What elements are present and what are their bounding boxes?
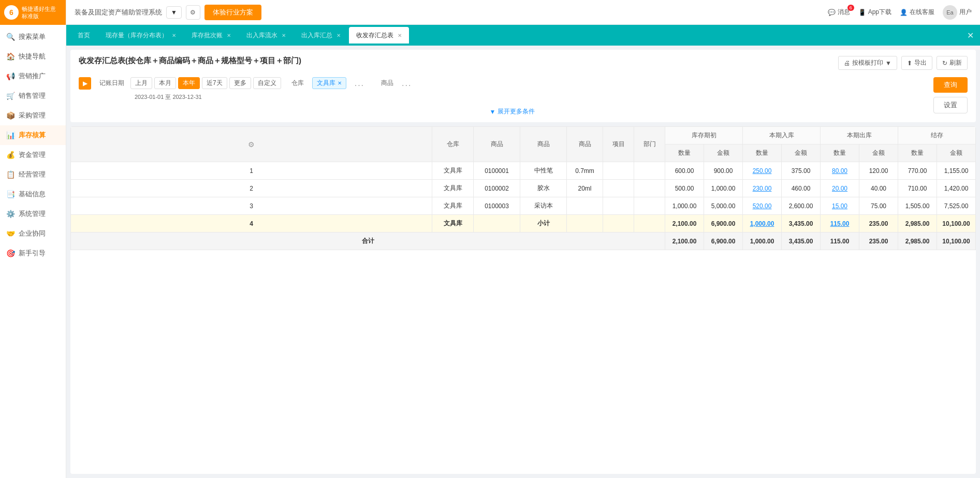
- sidebar-item-collab[interactable]: 🤝 企业协同: [0, 224, 66, 243]
- cell-total-closing-qty: 2,985.00: [898, 233, 937, 250]
- system-name: 装备及固定资产辅助管理系统: [75, 8, 162, 17]
- date-btn-7days[interactable]: 近7天: [202, 77, 227, 89]
- sidebar-item-operation[interactable]: 📋 经营管理: [0, 165, 66, 184]
- sidebar-item-newbie[interactable]: 🎯 新手引导: [0, 243, 66, 263]
- cell-no: 3: [71, 197, 432, 215]
- cell-in-amt: 460.00: [782, 180, 821, 197]
- tab-inout-summary-close[interactable]: ✕: [337, 33, 341, 38]
- tab-batch[interactable]: 库存批次账 ✕: [184, 27, 238, 44]
- sidebar-item-purchase[interactable]: 📦 采购管理: [0, 106, 66, 125]
- warehouse-tag[interactable]: 文具库 ✕: [312, 77, 346, 89]
- sidebar-item-finance[interactable]: 💰 资金管理: [0, 145, 66, 165]
- app-title-line2: 标准版: [22, 12, 56, 20]
- product-more-dots[interactable]: ...: [402, 79, 412, 88]
- th-in: 本期入库: [743, 127, 821, 144]
- cell-total-in-qty: 1,000.00: [743, 233, 782, 250]
- cell-closing-qty: 710.00: [898, 180, 937, 197]
- date-btn-this-month[interactable]: 本月: [154, 77, 176, 89]
- sidebar-item-sales[interactable]: 🛒 销售管理: [0, 86, 66, 106]
- system-dropdown[interactable]: ▼: [166, 6, 182, 19]
- settings-gear-btn[interactable]: ⚙: [186, 5, 200, 20]
- sidebar-item-label: 基础信息: [19, 190, 46, 199]
- operation-icon: 📋: [6, 170, 14, 179]
- th-opening-qty: 数量: [665, 144, 704, 162]
- refresh-icon: ↻: [942, 60, 947, 67]
- cell-no: 2: [71, 180, 432, 197]
- online-service-action[interactable]: 👤 在线客服: [900, 8, 934, 17]
- tab-inout-summary[interactable]: 出入库汇总 ✕: [294, 27, 348, 44]
- tab-home-label: 首页: [78, 31, 90, 40]
- sidebar-item-basic[interactable]: 📑 基础信息: [0, 184, 66, 204]
- print-btn[interactable]: 🖨 按模板打印 ▼: [838, 56, 897, 70]
- cell-out-amt: 120.00: [859, 162, 898, 180]
- tab-home[interactable]: 首页: [70, 27, 97, 44]
- settings-btn[interactable]: 设置: [933, 97, 968, 113]
- sidebar-item-label: 搜索菜单: [19, 32, 46, 41]
- cell-subtotal-in-amt: 3,435.00: [782, 215, 821, 233]
- cell-out-qty[interactable]: 20.00: [821, 180, 859, 197]
- sidebar-item-label: 企业协同: [19, 229, 46, 238]
- sidebar-item-inventory[interactable]: 📊 库存核算: [0, 125, 66, 145]
- page-content: 收发存汇总表(按仓库＋商品编码＋商品＋规格型号＋项目＋部门) 🖨 按模板打印 ▼…: [66, 46, 980, 478]
- app-download-action[interactable]: 📱 App下载: [858, 8, 891, 17]
- expand-filter-btn[interactable]: ▼ 展开更多条件: [490, 107, 535, 116]
- cell-warehouse: 文具库: [432, 180, 474, 197]
- th-in-qty: 数量: [743, 144, 782, 162]
- cell-subtotal-in-qty[interactable]: 1,000.00: [743, 215, 782, 233]
- filter-toggle-arrow[interactable]: ▶: [79, 77, 91, 90]
- query-btn[interactable]: 查询: [933, 77, 968, 93]
- warehouse-more-dots[interactable]: ...: [355, 79, 364, 88]
- cell-closing-amt: 1,420.00: [937, 180, 976, 197]
- warehouse-tag-close[interactable]: ✕: [338, 80, 342, 86]
- export-btn[interactable]: ⬆ 导出: [901, 56, 932, 70]
- cell-opening-amt: 1,000.00: [704, 180, 743, 197]
- message-action[interactable]: 💬 消息 6: [828, 8, 850, 17]
- cell-in-qty[interactable]: 520.00: [743, 197, 782, 215]
- cell-closing-qty: 770.00: [898, 162, 937, 180]
- sidebar-item-label: 资金管理: [19, 150, 46, 160]
- tab-inout-flow-close[interactable]: ✕: [282, 33, 286, 38]
- online-service-label: 在线客服: [910, 8, 934, 17]
- cell-subtotal-out-qty[interactable]: 115.00: [821, 215, 859, 233]
- tab-recv-send-close[interactable]: ✕: [398, 33, 402, 38]
- purchase-icon: 📦: [6, 111, 14, 120]
- date-btn-this-year[interactable]: 本年: [178, 77, 200, 89]
- cell-out-qty[interactable]: 15.00: [821, 197, 859, 215]
- cell-in-amt: 2,600.00: [782, 197, 821, 215]
- date-btn-custom[interactable]: 自定义: [253, 77, 281, 89]
- tab-stock-dist[interactable]: 现存量（库存分布表） ✕: [98, 27, 183, 44]
- tab-inout-flow[interactable]: 出入库流水 ✕: [239, 27, 293, 44]
- refresh-btn[interactable]: ↻ 刷新: [937, 56, 968, 70]
- sidebar-item-search[interactable]: 🔍 搜索菜单: [0, 27, 66, 47]
- th-warehouse: 仓库: [432, 127, 474, 162]
- sidebar-item-system[interactable]: ⚙️ 系统管理: [0, 204, 66, 224]
- trial-btn[interactable]: 体验行业方案: [204, 5, 261, 20]
- sidebar-nav: 🔍 搜索菜单 🏠 快捷导航 📢 营销推广 🛒 销售管理 📦 采购管理 📊: [0, 25, 66, 478]
- th-name: 商品: [520, 127, 567, 162]
- user-action[interactable]: Ea 用户: [943, 5, 972, 20]
- expand-btn-label: 展开更多条件: [498, 107, 535, 116]
- table-settings-gear[interactable]: ⚙: [248, 140, 255, 149]
- cell-warehouse: 文具库: [432, 197, 474, 215]
- tab-stock-dist-close[interactable]: ✕: [172, 33, 176, 38]
- topbar: 装备及固定资产辅助管理系统 ▼ ⚙ 体验行业方案 💬 消息 6 📱 App下载 …: [66, 0, 980, 25]
- tab-inout-summary-label: 出入库汇总: [301, 31, 332, 40]
- chevron-down-icon: ▼: [885, 60, 891, 67]
- finance-icon: 💰: [6, 151, 14, 159]
- cell-in-qty[interactable]: 230.00: [743, 180, 782, 197]
- cell-name: 胶水: [520, 180, 567, 197]
- sidebar-item-marketing[interactable]: 📢 营销推广: [0, 66, 66, 86]
- date-btn-more[interactable]: 更多: [229, 77, 251, 89]
- th-opening-amt: 金额: [704, 144, 743, 162]
- sidebar: 6 畅捷通好生意 标准版 🔍 搜索菜单 🏠 快捷导航 📢 营销推广 🛒 销售管理: [0, 0, 66, 478]
- sidebar-item-quick-nav[interactable]: 🏠 快捷导航: [0, 47, 66, 66]
- tab-recv-send[interactable]: 收发存汇总表 ✕: [349, 27, 409, 44]
- tab-batch-close[interactable]: ✕: [227, 33, 231, 38]
- cell-in-qty[interactable]: 250.00: [743, 162, 782, 180]
- cell-out-qty[interactable]: 80.00: [821, 162, 859, 180]
- th-out-amt: 金额: [859, 144, 898, 162]
- th-out: 本期出库: [821, 127, 898, 144]
- warehouse-tag-value: 文具库: [317, 79, 335, 88]
- date-btn-prev-month[interactable]: 上月: [130, 77, 152, 89]
- tabs-close-all-btn[interactable]: ✕: [965, 28, 976, 42]
